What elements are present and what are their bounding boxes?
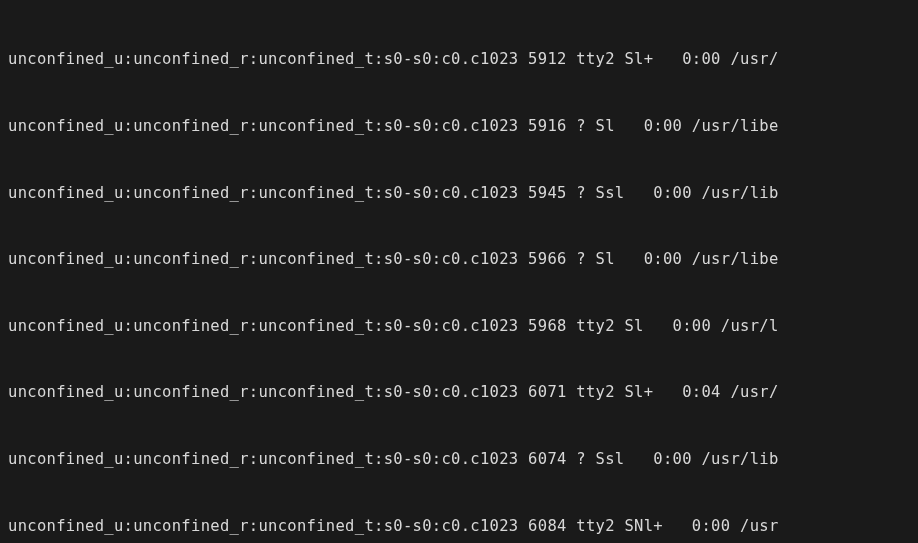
ps-row: unconfined_u:unconfined_r:unconfined_t:s…: [8, 182, 910, 204]
ps-row: unconfined_u:unconfined_r:unconfined_t:s…: [8, 48, 910, 70]
ps-row: unconfined_u:unconfined_r:unconfined_t:s…: [8, 515, 910, 537]
terminal-output[interactable]: unconfined_u:unconfined_r:unconfined_t:s…: [0, 0, 918, 543]
ps-row: unconfined_u:unconfined_r:unconfined_t:s…: [8, 248, 910, 270]
ps-row: unconfined_u:unconfined_r:unconfined_t:s…: [8, 381, 910, 403]
ps-row: unconfined_u:unconfined_r:unconfined_t:s…: [8, 448, 910, 470]
ps-row: unconfined_u:unconfined_r:unconfined_t:s…: [8, 315, 910, 337]
ps-row: unconfined_u:unconfined_r:unconfined_t:s…: [8, 115, 910, 137]
